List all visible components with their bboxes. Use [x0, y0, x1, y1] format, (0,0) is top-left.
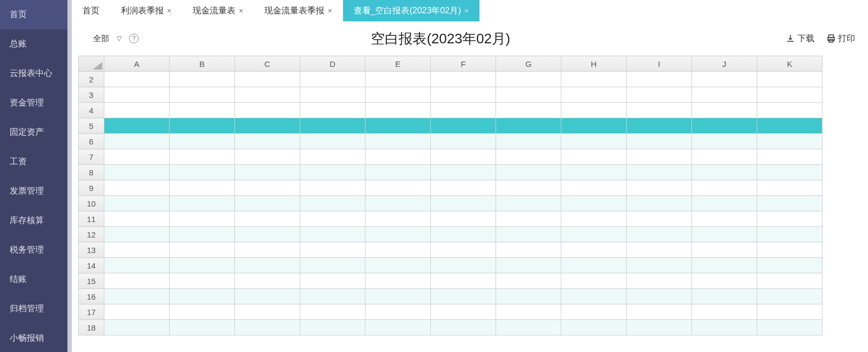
cell-K8[interactable] [757, 165, 823, 180]
cell-H12[interactable] [561, 227, 627, 242]
cell-F7[interactable] [431, 149, 496, 165]
cell-D6[interactable] [300, 134, 366, 149]
cell-I3[interactable] [627, 87, 692, 103]
cell-J13[interactable] [692, 242, 757, 258]
cell-A6[interactable] [104, 134, 170, 149]
cell-J17[interactable] [692, 304, 757, 320]
cell-B16[interactable] [170, 289, 235, 304]
cell-B5[interactable] [170, 118, 235, 134]
cell-J15[interactable] [692, 273, 757, 289]
cell-E11[interactable] [366, 211, 431, 227]
cell-C18[interactable] [235, 320, 300, 335]
cell-J5[interactable] [692, 118, 757, 134]
close-icon[interactable]: × [328, 6, 332, 15]
cell-J10[interactable] [692, 196, 757, 211]
row-header-9[interactable]: 9 [79, 180, 104, 196]
cell-I2[interactable] [627, 72, 692, 87]
cell-F2[interactable] [431, 72, 496, 87]
cell-K16[interactable] [757, 289, 823, 304]
cell-B10[interactable] [170, 196, 235, 211]
cell-H2[interactable] [561, 72, 627, 87]
close-icon[interactable]: × [239, 6, 243, 15]
cell-J7[interactable] [692, 149, 757, 165]
cell-A7[interactable] [104, 149, 170, 165]
cell-K10[interactable] [757, 196, 823, 211]
cell-I17[interactable] [627, 304, 692, 320]
row-header-7[interactable]: 7 [79, 149, 104, 165]
cell-G4[interactable] [496, 103, 561, 118]
cell-A2[interactable] [104, 72, 170, 87]
cell-I12[interactable] [627, 227, 692, 242]
tab-2[interactable]: 现金流量表× [182, 0, 254, 21]
row-header-4[interactable]: 4 [79, 103, 104, 118]
cell-B17[interactable] [170, 304, 235, 320]
cell-G8[interactable] [496, 165, 561, 180]
cell-H7[interactable] [561, 149, 627, 165]
row-header-14[interactable]: 14 [79, 258, 104, 273]
cell-B4[interactable] [170, 103, 235, 118]
cell-E13[interactable] [366, 242, 431, 258]
cell-K7[interactable] [757, 149, 823, 165]
tab-1[interactable]: 利润表季报× [110, 0, 182, 21]
cell-D5[interactable] [300, 118, 366, 134]
cell-J9[interactable] [692, 180, 757, 196]
cell-H8[interactable] [561, 165, 627, 180]
cell-E4[interactable] [366, 103, 431, 118]
cell-F10[interactable] [431, 196, 496, 211]
cell-C5[interactable] [235, 118, 300, 134]
cell-G17[interactable] [496, 304, 561, 320]
cell-F11[interactable] [431, 211, 496, 227]
cell-F4[interactable] [431, 103, 496, 118]
cell-J4[interactable] [692, 103, 757, 118]
cell-B14[interactable] [170, 258, 235, 273]
sidebar-item-2[interactable]: 云报表中心 [0, 59, 67, 88]
cell-F15[interactable] [431, 273, 496, 289]
column-header-H[interactable]: H [561, 56, 627, 72]
row-header-5[interactable]: 5 [79, 118, 104, 134]
cell-F17[interactable] [431, 304, 496, 320]
cell-A13[interactable] [104, 242, 170, 258]
cell-A14[interactable] [104, 258, 170, 273]
cell-A15[interactable] [104, 273, 170, 289]
spreadsheet[interactable]: ABCDEFGHIJK23456789101112131415161718 [72, 56, 868, 352]
cell-I11[interactable] [627, 211, 692, 227]
cell-G16[interactable] [496, 289, 561, 304]
cell-F8[interactable] [431, 165, 496, 180]
cell-D8[interactable] [300, 165, 366, 180]
cell-K17[interactable] [757, 304, 823, 320]
sidebar-item-11[interactable]: 小畅报销 [0, 324, 67, 352]
cell-D11[interactable] [300, 211, 366, 227]
cell-I18[interactable] [627, 320, 692, 335]
cell-A11[interactable] [104, 211, 170, 227]
tab-4[interactable]: 查看_空白报表(2023年02月)× [343, 0, 479, 21]
tab-3[interactable]: 现金流量表季报× [254, 0, 342, 21]
cell-G15[interactable] [496, 273, 561, 289]
cell-D16[interactable] [300, 289, 366, 304]
column-header-E[interactable]: E [366, 56, 431, 72]
cell-B9[interactable] [170, 180, 235, 196]
cell-J12[interactable] [692, 227, 757, 242]
cell-B18[interactable] [170, 320, 235, 335]
cell-G9[interactable] [496, 180, 561, 196]
cell-C11[interactable] [235, 211, 300, 227]
cell-H16[interactable] [561, 289, 627, 304]
row-header-15[interactable]: 15 [79, 273, 104, 289]
cell-G12[interactable] [496, 227, 561, 242]
cell-J2[interactable] [692, 72, 757, 87]
download-button[interactable]: 下载 [786, 33, 814, 44]
row-header-10[interactable]: 10 [79, 196, 104, 211]
cell-F12[interactable] [431, 227, 496, 242]
cell-F13[interactable] [431, 242, 496, 258]
cell-C10[interactable] [235, 196, 300, 211]
cell-C3[interactable] [235, 87, 300, 103]
cell-G6[interactable] [496, 134, 561, 149]
cell-E18[interactable] [366, 320, 431, 335]
cell-F18[interactable] [431, 320, 496, 335]
cell-H5[interactable] [561, 118, 627, 134]
cell-K3[interactable] [757, 87, 823, 103]
cell-B11[interactable] [170, 211, 235, 227]
close-icon[interactable]: × [167, 6, 171, 15]
cell-A17[interactable] [104, 304, 170, 320]
cell-K11[interactable] [757, 211, 823, 227]
column-header-I[interactable]: I [627, 56, 692, 72]
